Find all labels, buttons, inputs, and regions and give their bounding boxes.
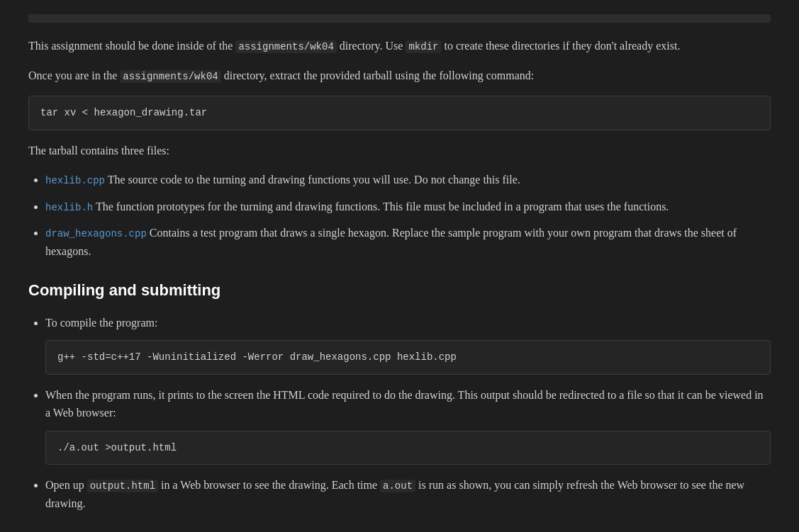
assignments-wk04-code-2: assignments/wk04 bbox=[120, 70, 220, 83]
intro-p2-text-before: Once you are in the bbox=[28, 69, 120, 81]
output-html-code-1: output.html bbox=[87, 480, 158, 492]
hexlib-cpp-link[interactable]: hexlib.cpp bbox=[45, 175, 105, 186]
intro-p1-text-after: to create these directories if they don'… bbox=[441, 40, 680, 52]
intro-paragraph-2: Once you are in the assignments/wk04 dir… bbox=[28, 67, 771, 85]
intro-paragraph-1: This assignment should be done inside of… bbox=[28, 37, 771, 55]
intro-p1-text-middle: directory. Use bbox=[337, 40, 406, 52]
intro-p1-text-before: This assignment should be done inside of… bbox=[28, 40, 235, 52]
compile-command-text: g++ -std=c++17 -Wuninitialized -Werror d… bbox=[57, 351, 457, 363]
tarball-intro-text: The tarball contains three files: bbox=[28, 142, 771, 160]
aout-command-block: ./a.out >output.html bbox=[45, 431, 771, 465]
hexlib-h-link[interactable]: hexlib.h bbox=[45, 202, 93, 213]
hexlib-h-description: The function prototypes for the turning … bbox=[93, 200, 669, 213]
compiling-section-heading: Compiling and submitting bbox=[28, 278, 771, 302]
compile-step-1-text: To compile the program: bbox=[45, 317, 157, 329]
open-browser-text-middle: in a Web browser to see the drawing. Eac… bbox=[158, 479, 380, 491]
compile-step-2-text: When the program runs, it prints to the … bbox=[45, 389, 764, 419]
list-item: Open up output.html in a Web browser to … bbox=[45, 476, 771, 512]
hexlib-cpp-description: The source code to the turning and drawi… bbox=[105, 174, 520, 186]
list-item: To compile the program: g++ -std=c++17 -… bbox=[45, 314, 771, 375]
aout-command-text: ./a.out >output.html bbox=[57, 442, 177, 453]
draw-hexagons-cpp-description: Contains a test program that draws a sin… bbox=[45, 227, 737, 257]
extract-command-text: tar xv < hexagon_drawing.tar bbox=[40, 107, 207, 118]
list-item: When the program runs, it prints to the … bbox=[45, 386, 771, 465]
compile-command-block: g++ -std=c++17 -Wuninitialized -Werror d… bbox=[45, 340, 771, 374]
extract-command-block: tar xv < hexagon_drawing.tar bbox=[28, 96, 771, 130]
aout-code: a.out bbox=[380, 480, 415, 492]
mkdir-code: mkdir bbox=[406, 40, 441, 53]
page-container: This assignment should be done inside of… bbox=[0, 0, 799, 532]
open-browser-text-before: Open up bbox=[45, 479, 87, 491]
intro-p2-text-after: directory, extract the provided tarball … bbox=[221, 69, 535, 81]
draw-hexagons-cpp-link[interactable]: draw_hexagons.cpp bbox=[45, 228, 147, 239]
list-item: hexlib.h The function prototypes for the… bbox=[45, 198, 771, 216]
list-item: draw_hexagons.cpp Contains a test progra… bbox=[45, 224, 771, 260]
list-item: hexlib.cpp The source code to the turnin… bbox=[45, 171, 771, 189]
compile-steps-list: To compile the program: g++ -std=c++17 -… bbox=[28, 314, 771, 513]
assignments-wk04-code-1: assignments/wk04 bbox=[235, 40, 336, 53]
tarball-files-list: hexlib.cpp The source code to the turnin… bbox=[28, 171, 771, 260]
top-bar bbox=[28, 14, 771, 23]
